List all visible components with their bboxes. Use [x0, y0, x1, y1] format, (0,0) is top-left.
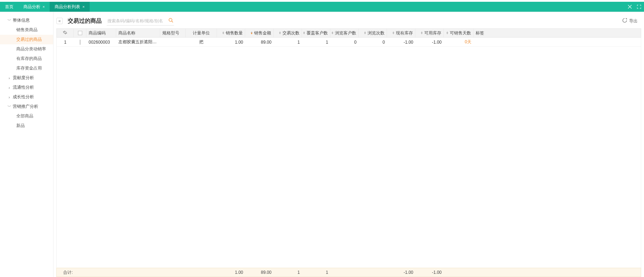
footer-avail: -1.00 [415, 270, 444, 275]
table-footer-row: 合计: 1.00 89.00 1 1 -1.00 -1.00 [56, 268, 641, 277]
close-icon[interactable]: × [43, 5, 45, 9]
header-cov[interactable]: ▲▼覆盖客户数 [302, 29, 330, 37]
chevron-down-icon: ﹀ [7, 104, 11, 109]
tabbar: 首页 商品分析 × 商品分析列表 × [0, 2, 644, 12]
checkbox-icon [80, 40, 80, 45]
header-stock[interactable]: ▲▼现有库存 [387, 29, 415, 37]
cell-cov: 1 [302, 40, 330, 45]
sort-icon: ▲▼ [331, 32, 334, 34]
header-label: 标签 [476, 30, 484, 36]
header-code[interactable]: 商品编码 [86, 29, 116, 37]
header-unit[interactable]: 计量单位 [186, 29, 217, 37]
cell-index: 1 [57, 40, 74, 45]
sidebar-group-label: 流通性分析 [13, 84, 34, 90]
expand-icon[interactable] [636, 4, 642, 10]
footer-amount: 89.00 [245, 270, 274, 275]
cell-avail: -1.00 [415, 40, 444, 45]
search-icon[interactable] [168, 18, 173, 24]
header-label: 规格型号 [162, 30, 179, 36]
export-icon [622, 18, 627, 24]
cell-unit: 把 [186, 39, 217, 45]
sidebar-group-label: 营销推广分析 [13, 104, 38, 110]
sidebar-item-traded-products[interactable]: 交易过的商品 [0, 35, 53, 44]
footer-tx: 1 [274, 270, 302, 275]
sidebar-group-label: 贡献度分析 [13, 75, 34, 81]
sidebar-group-marketing[interactable]: ﹀ 营销推广分析 [0, 102, 53, 111]
header-label: 可用库存 [424, 30, 441, 36]
header-label: 浏览客户数 [335, 30, 356, 36]
header-label: 销售数量 [226, 30, 243, 36]
svg-point-0 [169, 18, 172, 22]
cell-vcust[interactable]: 0 [330, 40, 359, 45]
export-button[interactable]: 导出 [620, 17, 640, 26]
cell-name: 左都胶囊五折遮阳伞防晒伞; [116, 39, 160, 45]
sidebar-item-category-rate[interactable]: 商品分类动销率 [0, 44, 53, 54]
export-label: 导出 [629, 18, 638, 24]
sidebar-group-label: 整体信息 [13, 17, 30, 23]
main: « 交易过的商品 导出 [54, 12, 644, 277]
header-label: 计量单位 [193, 30, 210, 36]
sort-icon: ▲▼ [420, 32, 423, 34]
header-qty[interactable]: ▲▼销售数量 [217, 29, 245, 37]
chevron-left-icon: « [58, 18, 61, 23]
header-label: 可销售天数 [450, 30, 471, 36]
sidebar-item-new-products[interactable]: 新品 [0, 121, 53, 131]
header-checkbox[interactable] [74, 29, 86, 37]
sidebar-group-label: 成长性分析 [13, 94, 34, 100]
sidebar-group-growth[interactable]: › 成长性分析 [0, 92, 53, 102]
chevron-right-icon: › [7, 95, 11, 99]
page-title: 交易过的商品 [68, 17, 102, 25]
sort-icon: ▲▼ [222, 32, 225, 34]
checkbox-icon [78, 31, 82, 35]
sidebar-group-overall[interactable]: ﹀ 整体信息 [0, 16, 53, 25]
footer-stock: -1.00 [387, 270, 415, 275]
tab-product-analysis[interactable]: 商品分析 × [18, 2, 50, 12]
sidebar-item-in-stock[interactable]: 有库存的商品 [0, 54, 53, 63]
table-row[interactable]: 1 002600003 左都胶囊五折遮阳伞防晒伞; 把 1.00 89.00 1… [57, 38, 641, 47]
header-tx[interactable]: ▲▼交易次数 [274, 29, 302, 37]
sort-icon: ▲▼ [279, 32, 281, 34]
header-tags[interactable]: 标签 [474, 29, 551, 37]
close-all-icon[interactable] [627, 4, 633, 10]
header-spec[interactable]: 规格型号 [160, 29, 186, 37]
chevron-down-icon: ﹀ [7, 18, 11, 23]
tab-label: 首页 [5, 4, 13, 10]
header-label: 商品名称 [118, 30, 135, 36]
search-input[interactable] [107, 16, 174, 26]
table-body[interactable]: 1 002600003 左都胶囊五折遮阳伞防晒伞; 把 1.00 89.00 1… [56, 38, 641, 268]
header-amount[interactable]: ▲▼销售金额 [245, 29, 274, 37]
cell-code: 002600003 [86, 40, 116, 45]
header-label: 现有库存 [396, 30, 413, 36]
header-name[interactable]: 商品名称 [116, 29, 160, 37]
tab-product-analysis-list[interactable]: 商品分析列表 × [50, 2, 89, 12]
header-views[interactable]: ▲▼浏览次数 [359, 29, 387, 37]
header-days[interactable]: ▲▼可销售天数 [444, 29, 474, 37]
header-settings[interactable] [57, 29, 74, 37]
cell-checkbox[interactable] [74, 40, 86, 45]
tab-home[interactable]: 首页 [0, 2, 18, 12]
header-vcust[interactable]: ▲▼浏览客户数 [330, 29, 359, 37]
close-icon[interactable]: × [82, 5, 84, 9]
workspace: ﹀ 整体信息 销售类商品 交易过的商品 商品分类动销率 有库存的商品 库存资金占… [0, 12, 644, 277]
sidebar-item-all-products[interactable]: 全部商品 [0, 111, 53, 121]
chevron-right-icon: › [7, 85, 11, 90]
header-label: 商品编码 [89, 30, 106, 36]
page-header: « 交易过的商品 导出 [56, 12, 641, 28]
sidebar-item-stock-capital[interactable]: 库存资金占用 [0, 63, 53, 73]
header-label: 交易次数 [282, 30, 299, 36]
header-avail[interactable]: ▲▼可用库存 [415, 29, 444, 37]
sort-icon: ▲▼ [446, 32, 449, 34]
header-label: 浏览次数 [368, 30, 385, 36]
collapse-sidebar-button[interactable]: « [56, 18, 63, 24]
cell-views: 0 [359, 40, 387, 45]
sidebar-group-contribution[interactable]: › 贡献度分析 [0, 73, 53, 83]
link-value: 0 [354, 40, 357, 45]
footer-label: 合计: [57, 270, 116, 276]
gear-icon [63, 30, 67, 36]
header-label: 覆盖客户数 [307, 30, 328, 36]
cell-stock: -1.00 [387, 40, 415, 45]
sidebar-group-liquidity[interactable]: › 流通性分析 [0, 83, 53, 92]
sidebar-item-sales-products[interactable]: 销售类商品 [0, 25, 53, 35]
footer-cov: 1 [302, 270, 330, 275]
sort-icon: ▲▼ [250, 32, 253, 34]
